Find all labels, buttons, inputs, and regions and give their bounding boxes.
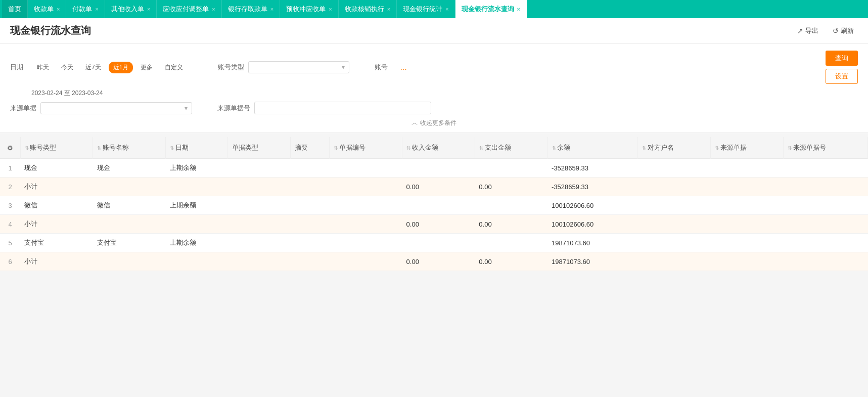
sort-icon: ⇅ bbox=[552, 145, 558, 151]
cell-doc-type bbox=[227, 215, 290, 234]
cell-date bbox=[166, 178, 228, 196]
close-payment-icon[interactable]: × bbox=[95, 6, 98, 12]
account-filter-group: 账号 ... bbox=[375, 62, 409, 73]
nav-tab-prepay-offset[interactable]: 预收冲应收单 × bbox=[280, 0, 338, 18]
table-row: 4小计0.000.00100102606.60 bbox=[0, 215, 868, 234]
nav-tab-payment[interactable]: 付款单 × bbox=[66, 0, 105, 18]
cell-account-name: 微信 bbox=[93, 196, 166, 215]
date-btn-custom[interactable]: 自定义 bbox=[160, 62, 188, 73]
row-number: 2 bbox=[0, 178, 20, 196]
col-account-name[interactable]: ⇅ 账号名称 bbox=[93, 137, 166, 159]
cell-doc-no bbox=[330, 178, 402, 196]
sort-icon: ⇅ bbox=[406, 145, 412, 151]
cell-account-name bbox=[93, 178, 166, 196]
export-button[interactable]: ↗ 导出 bbox=[793, 24, 823, 37]
cell-account-type: 小计 bbox=[20, 178, 93, 196]
cell-account-type: 小计 bbox=[20, 252, 93, 271]
cell-doc-no bbox=[330, 196, 402, 215]
page-title: 现金银行流水查询 bbox=[10, 24, 91, 37]
cell-summary bbox=[290, 234, 329, 252]
date-btn-yesterday[interactable]: 昨天 bbox=[32, 62, 54, 73]
row-number: 5 bbox=[0, 234, 20, 252]
top-nav: 首页 收款单 × 付款单 × 其他收入单 × 应收应付调整单 × 银行存取款单 … bbox=[0, 0, 868, 18]
close-bank-deposit-icon[interactable]: × bbox=[270, 6, 273, 12]
col-gear[interactable]: ⚙ bbox=[0, 137, 20, 159]
cell-doc-no bbox=[330, 215, 402, 234]
row-number: 6 bbox=[0, 252, 20, 271]
close-other-income-icon[interactable]: × bbox=[147, 6, 150, 12]
date-btn-more[interactable]: 更多 bbox=[136, 62, 157, 73]
cell-income bbox=[402, 234, 475, 252]
gear-icon[interactable]: ⚙ bbox=[5, 142, 16, 153]
export-icon: ↗ bbox=[797, 27, 803, 35]
source-doc-no-input[interactable] bbox=[254, 102, 431, 114]
nav-tab-home[interactable]: 首页 bbox=[2, 0, 28, 18]
col-source-doc-no[interactable]: ⇅ 来源单据号 bbox=[783, 137, 867, 159]
cell-source-doc-no bbox=[783, 159, 867, 178]
cell-source-doc bbox=[710, 196, 783, 215]
nav-tab-bank-deposit[interactable]: 银行存取款单 × bbox=[222, 0, 280, 18]
col-expense[interactable]: ⇅ 支出金额 bbox=[475, 137, 547, 159]
cell-expense bbox=[475, 234, 547, 252]
cell-doc-no bbox=[330, 234, 402, 252]
account-dots-button[interactable]: ... bbox=[397, 62, 409, 73]
close-writeoff-icon[interactable]: × bbox=[387, 6, 390, 12]
cell-source-doc-no bbox=[783, 234, 867, 252]
cell-date: 上期余额 bbox=[166, 159, 228, 178]
nav-tab-other-income[interactable]: 其他收入单 × bbox=[105, 0, 157, 18]
date-btn-today[interactable]: 今天 bbox=[57, 62, 78, 73]
cell-summary bbox=[290, 178, 329, 196]
close-cash-flow-icon[interactable]: × bbox=[517, 6, 520, 12]
close-ar-ap-icon[interactable]: × bbox=[212, 6, 215, 12]
date-btn-1month[interactable]: 近1月 bbox=[109, 62, 133, 73]
cell-expense: 0.00 bbox=[475, 252, 547, 271]
page-header: 现金银行流水查询 ↗ 导出 ↺ 刷新 bbox=[0, 18, 868, 43]
cell-source-doc bbox=[710, 215, 783, 234]
account-type-select[interactable]: ▾ bbox=[248, 61, 349, 73]
chevron-up-icon: ︿ bbox=[412, 118, 418, 127]
data-table: ⚙ ⇅ 账号类型 ⇅ 账号名称 ⇅ 日期 单据类型 摘 bbox=[0, 137, 868, 271]
nav-tab-cash-stat[interactable]: 现金银行统计 × bbox=[397, 0, 455, 18]
nav-tab-receipt[interactable]: 收款单 × bbox=[28, 0, 66, 18]
sort-icon: ⇅ bbox=[97, 145, 103, 151]
source-doc-select[interactable]: ▾ bbox=[40, 102, 192, 114]
col-income[interactable]: ⇅ 收入金额 bbox=[402, 137, 475, 159]
close-prepay-icon[interactable]: × bbox=[329, 6, 332, 12]
cell-balance: 19871073.60 bbox=[547, 252, 638, 271]
cell-expense bbox=[475, 159, 547, 178]
col-summary: 摘要 bbox=[290, 137, 329, 159]
collapse-bar[interactable]: ︿ 收起更多条件 bbox=[10, 116, 858, 127]
cell-account-name bbox=[93, 252, 166, 271]
table-row: 3微信微信上期余额100102606.60 bbox=[0, 196, 868, 215]
cell-balance: 19871073.60 bbox=[547, 234, 638, 252]
nav-tab-writeoff[interactable]: 收款核销执行 × bbox=[339, 0, 397, 18]
cell-account-name: 支付宝 bbox=[93, 234, 166, 252]
cell-doc-type bbox=[227, 159, 290, 178]
col-date[interactable]: ⇅ 日期 bbox=[166, 137, 228, 159]
cell-date bbox=[166, 252, 228, 271]
row-number: 1 bbox=[0, 159, 20, 178]
cell-summary bbox=[290, 159, 329, 178]
col-source-doc[interactable]: ⇅ 来源单据 bbox=[710, 137, 783, 159]
cell-counterparty bbox=[638, 252, 711, 271]
collapse-label: 收起更多条件 bbox=[420, 119, 456, 127]
col-counterparty[interactable]: ⇅ 对方户名 bbox=[638, 137, 711, 159]
col-doc-no[interactable]: ⇅ 单据编号 bbox=[330, 137, 402, 159]
col-balance[interactable]: ⇅ 余额 bbox=[547, 137, 638, 159]
query-button[interactable]: 查询 bbox=[826, 51, 858, 66]
date-btn-7days[interactable]: 近7天 bbox=[81, 62, 106, 73]
nav-tab-cash-flow[interactable]: 现金银行流水查询 × bbox=[455, 0, 527, 18]
cell-doc-type bbox=[227, 196, 290, 215]
settings-button[interactable]: 设置 bbox=[826, 69, 858, 84]
refresh-button[interactable]: ↺ 刷新 bbox=[829, 24, 858, 37]
nav-tab-ar-ap-adjust[interactable]: 应收应付调整单 × bbox=[157, 0, 221, 18]
refresh-icon: ↺ bbox=[833, 27, 839, 35]
col-account-type[interactable]: ⇅ 账号类型 bbox=[20, 137, 93, 159]
row-number: 4 bbox=[0, 215, 20, 234]
cell-counterparty bbox=[638, 215, 711, 234]
close-receipt-icon[interactable]: × bbox=[57, 6, 60, 12]
sort-icon: ⇅ bbox=[715, 145, 720, 151]
table-header-row: ⚙ ⇅ 账号类型 ⇅ 账号名称 ⇅ 日期 单据类型 摘 bbox=[0, 137, 868, 159]
date-filter-group: 日期 昨天 今天 近7天 近1月 更多 自定义 bbox=[10, 62, 188, 73]
close-cash-stat-icon[interactable]: × bbox=[445, 6, 448, 12]
